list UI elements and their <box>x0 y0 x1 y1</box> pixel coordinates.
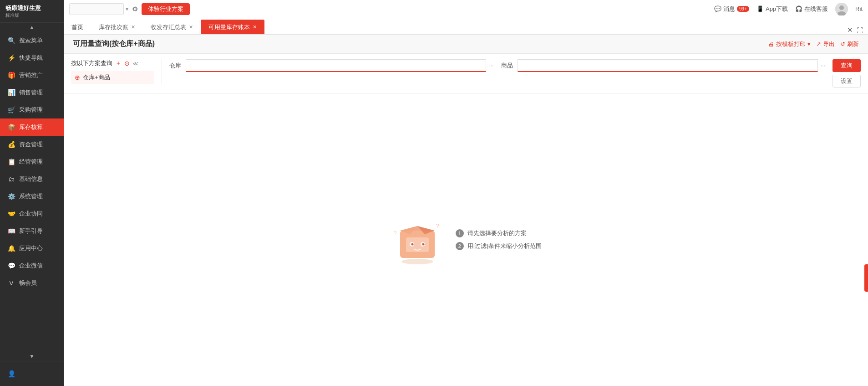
app-title: 畅康通好生意 <box>5 5 58 12</box>
sidebar-item-vip[interactable]: V 畅会员 <box>0 274 64 292</box>
close-tab-button[interactable]: ✕ <box>847 26 853 34</box>
sidebar-item-basic-info[interactable]: 🗂 基础信息 <box>0 170 64 188</box>
sidebar-item-label: 营销推广 <box>19 71 43 79</box>
empty-illustration: ? ? <box>390 212 445 267</box>
export-label: 导出 <box>823 40 835 48</box>
tab-close-icon[interactable]: ✕ <box>131 24 135 30</box>
export-icon: ↗ <box>816 41 821 47</box>
online-service-button[interactable]: 🎧 在线客服 <box>795 5 828 13</box>
export-button[interactable]: ↗ 导出 <box>816 40 835 48</box>
sidebar-item-inventory[interactable]: 📦 库存核算 <box>0 118 64 136</box>
gear-icon: ⚙️ <box>7 192 15 201</box>
sidebar-item-shortcut[interactable]: ⚡ 快捷导航 <box>0 49 64 67</box>
sidebar-item-label: 搜索菜单 <box>19 36 43 45</box>
sidebar-item-sales[interactable]: 📊 销售管理 <box>0 84 64 101</box>
sidebar-item-label: 采购管理 <box>19 106 43 114</box>
settings-button[interactable]: 设置 <box>832 75 861 87</box>
page-content: 可用量查询(按仓库+商品) 🖨 按模板打印 ▾ ↗ 导出 ↺ 刷新 <box>64 35 868 386</box>
topbar: ▾ ⚙ 体验行业方案 💬 消息 99+ 📱 App下载 🎧 在线客服 <box>64 0 868 18</box>
refresh-button[interactable]: ↺ 刷新 <box>840 40 859 48</box>
money-icon: 💰 <box>7 140 15 149</box>
scheme-item-warehouse-product[interactable]: ⊕ 仓库+商品 <box>71 71 154 84</box>
sidebar-menu: 🔍 搜索菜单 ⚡ 快捷导航 🎁 营销推广 📊 销售管理 🛒 采购管理 📦 库存核… <box>0 32 64 352</box>
tab-home[interactable]: 首页 <box>64 20 91 34</box>
collapse-icon[interactable]: ≪ <box>132 60 139 67</box>
sidebar-item-marketing[interactable]: 🎁 营销推广 <box>0 67 64 84</box>
settings-icon[interactable]: ⚙ <box>132 5 138 13</box>
tab-close-icon[interactable]: ✕ <box>189 24 193 30</box>
printer-icon: 🖨 <box>768 41 774 47</box>
tip-num-2: 2 <box>456 242 464 250</box>
sidebar-item-enterprise[interactable]: 🤝 企业协同 <box>0 205 64 222</box>
folder-icon: 🗂 <box>7 175 15 183</box>
sidebar-item-operations[interactable]: 📋 经营管理 <box>0 153 64 170</box>
tab-receive-summary[interactable]: 收发存汇总表 ✕ <box>143 20 201 34</box>
book-icon: 📖 <box>7 227 15 235</box>
sidebar-item-weapp[interactable]: 💬 企业微信 <box>0 257 64 274</box>
svg-text:?: ? <box>394 230 397 237</box>
product-more-icon[interactable]: ··· <box>821 62 825 69</box>
sidebar-item-search[interactable]: 🔍 搜索菜单 <box>0 32 64 49</box>
query-button[interactable]: 查询 <box>832 59 861 72</box>
warehouse-input[interactable] <box>186 59 486 72</box>
add-scheme-icon[interactable]: ＋ <box>115 59 122 67</box>
right-scroll-handle[interactable] <box>864 264 868 292</box>
svg-point-3 <box>401 259 433 264</box>
expand-tab-button[interactable]: ⛶ <box>857 26 863 34</box>
settings-scheme-icon[interactable]: ⊙ <box>124 60 130 67</box>
tip-text-1: 请先选择要分析的方案 <box>467 229 527 237</box>
warehouse-more-icon[interactable]: ··· <box>489 62 493 69</box>
chevron-down-icon[interactable]: ▾ <box>126 6 128 12</box>
topbar-right-area: 💬 消息 99+ 📱 App下载 🎧 在线客服 Rit <box>714 3 863 15</box>
sidebar-item-label: 销售管理 <box>19 88 43 97</box>
sidebar-item-purchase[interactable]: 🛒 采购管理 <box>0 101 64 118</box>
tabbar: 首页 库存批次账 ✕ 收发存汇总表 ✕ 可用量库存账本 ✕ ✕ ⛶ <box>64 18 868 35</box>
print-template-button[interactable]: 🖨 按模板打印 ▾ <box>768 40 811 48</box>
tip-text-2: 用[过滤]条件来缩小分析范围 <box>467 242 542 250</box>
topbar-search-input[interactable] <box>69 3 124 15</box>
person-icon: 👤 <box>7 370 15 378</box>
app-download-button[interactable]: 📱 App下载 <box>756 5 788 13</box>
page-title: 可用量查询(按仓库+商品) <box>73 39 155 49</box>
main-area: ▾ ⚙ 体验行业方案 💬 消息 99+ 📱 App下载 🎧 在线客服 <box>64 0 868 386</box>
trial-industry-button[interactable]: 体验行业方案 <box>142 3 190 15</box>
sidebar-item-label: 应用中心 <box>19 244 43 252</box>
vip-icon: V <box>7 279 15 287</box>
chart-icon: 📊 <box>7 88 15 97</box>
tab-batch-ledger-label: 库存批次账 <box>99 23 128 31</box>
avatar <box>835 3 848 15</box>
lightning-icon: ⚡ <box>7 54 15 62</box>
clipboard-icon: 📋 <box>7 158 15 166</box>
sidebar-item-appcenter[interactable]: 🔔 应用中心 <box>0 240 64 257</box>
tab-available-qty-label: 可用量库存账本 <box>208 23 250 31</box>
page-header: 可用量查询(按仓库+商品) 🖨 按模板打印 ▾ ↗ 导出 ↺ 刷新 <box>64 35 868 54</box>
sidebar-scroll-up[interactable]: ▲ <box>0 23 64 32</box>
sidebar-bottom-item[interactable]: 👤 <box>0 365 64 382</box>
svg-text:?: ? <box>436 222 439 230</box>
app-subtitle: 标准版 <box>5 12 58 19</box>
filter-scheme-panel: 按以下方案查询 ＋ ⊙ ≪ ⊕ 仓库+商品 <box>71 59 162 84</box>
sidebar-item-onboarding[interactable]: 📖 新手引导 <box>0 222 64 240</box>
phone-icon: 📱 <box>756 5 764 12</box>
filter-fields: 仓库 ··· 商品 ··· <box>169 59 825 72</box>
sidebar-item-system[interactable]: ⚙️ 系统管理 <box>0 188 64 205</box>
sidebar-item-label: 企业微信 <box>19 262 43 270</box>
sidebar-item-finance[interactable]: 💰 资金管理 <box>0 136 64 153</box>
sidebar-item-label: 资金管理 <box>19 140 43 149</box>
headset-icon: 🎧 <box>795 5 802 12</box>
scheme-item-label: 仓库+商品 <box>83 73 110 82</box>
svg-point-1 <box>839 5 844 10</box>
bell-icon: 🔔 <box>7 244 15 252</box>
messages-button[interactable]: 💬 消息 99+ <box>714 5 749 13</box>
tab-available-qty[interactable]: 可用量库存账本 ✕ <box>201 20 264 34</box>
sidebar-scroll-down[interactable]: ▼ <box>0 352 64 361</box>
sidebar-item-label: 库存核算 <box>19 123 43 131</box>
product-input[interactable] <box>518 59 818 72</box>
empty-tip-1: 1 请先选择要分析的方案 <box>456 229 542 237</box>
online-service-label: 在线客服 <box>804 5 828 13</box>
tab-batch-ledger[interactable]: 库存批次账 ✕ <box>91 20 143 34</box>
tab-close-icon[interactable]: ✕ <box>253 24 257 30</box>
search-icon: 🔍 <box>7 36 15 45</box>
scheme-icon: ⊕ <box>75 74 80 81</box>
username-label[interactable]: Rit <box>855 5 863 12</box>
